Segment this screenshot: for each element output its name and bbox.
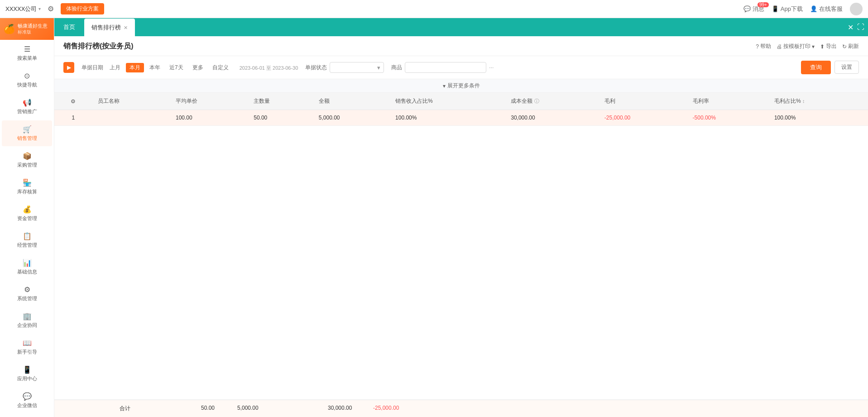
sidebar-item-quicknav[interactable]: ⊙ 快捷导航 bbox=[2, 67, 52, 93]
table-row: 1 100.00 50.00 5,000.00 100.00% 30,000.0… bbox=[54, 110, 868, 126]
sidebar-label-search: 搜索菜单 bbox=[17, 55, 37, 62]
status-filter-group: 单据状态 bbox=[305, 62, 384, 73]
print-icon: 🖨 bbox=[777, 43, 782, 50]
cell-gross: -25,000.00 bbox=[599, 110, 687, 126]
sidebar-item-sales[interactable]: 🛒 销售管理 bbox=[2, 120, 52, 146]
trial-button[interactable]: 体验行业方案 bbox=[61, 3, 104, 14]
export-button[interactable]: ⬆ 导出 bbox=[820, 43, 837, 50]
ranking-table: ⚙ 员工名称 平均单价 主数量 全额 销售收入占比% 成本全额 ⓘ 毛利 毛利率… bbox=[54, 93, 868, 126]
goods-filter-label: 商品 bbox=[391, 64, 402, 72]
date-tab-this-year[interactable]: 本年 bbox=[146, 63, 164, 72]
export-icon: ⬆ bbox=[820, 43, 825, 50]
cell-name bbox=[92, 110, 170, 126]
appcenter-icon: 📱 bbox=[23, 365, 32, 374]
tab-sales-ranking[interactable]: 销售排行榜 ✕ bbox=[84, 19, 135, 37]
refresh-button[interactable]: ↻ 刷新 bbox=[842, 43, 859, 50]
query-button[interactable]: 查询 bbox=[801, 61, 831, 74]
tab-sales-ranking-label: 销售排行榜 bbox=[91, 24, 121, 32]
cell-sales-pct: 100.00% bbox=[390, 110, 505, 126]
company-selector[interactable]: XXXXX公司 ▾ bbox=[5, 5, 41, 13]
date-tab-this-month[interactable]: 本月 bbox=[126, 63, 144, 72]
sidebar-item-guide[interactable]: 📖 新手引导 bbox=[2, 334, 52, 360]
gross-pct-info-icon[interactable]: ↕ bbox=[802, 98, 805, 104]
settings-button[interactable]: 设置 bbox=[834, 61, 859, 74]
cost-info-icon[interactable]: ⓘ bbox=[534, 98, 539, 104]
footer-avg-price bbox=[159, 405, 196, 412]
tab-close-icon[interactable]: ✕ bbox=[124, 25, 128, 31]
sidebar-label-enterprise: 企业协同 bbox=[17, 322, 37, 329]
logo-icon: 🍊 bbox=[4, 24, 15, 34]
status-select[interactable] bbox=[330, 62, 384, 73]
filter-row: ▶ 单据日期 上月 本月 本年 近7天 更多 自定义 2023-06-01 至 … bbox=[54, 56, 868, 79]
filter-more-icon[interactable]: ··· bbox=[489, 64, 494, 71]
page-title: 销售排行榜(按业务员) bbox=[63, 42, 134, 51]
col-sales-pct: 销售收入占比% bbox=[390, 93, 505, 110]
message-button[interactable]: 💬 消息 99+ bbox=[743, 5, 764, 13]
purchase-icon: 📦 bbox=[23, 152, 32, 160]
sidebar-label-finance: 资金管理 bbox=[17, 215, 37, 222]
table-body: 1 100.00 50.00 5,000.00 100.00% 30,000.0… bbox=[54, 110, 868, 126]
inventory-icon: 🏪 bbox=[23, 178, 32, 187]
app-download-button[interactable]: 📱 App下载 bbox=[772, 5, 803, 13]
system-icon: ⚙ bbox=[24, 285, 30, 294]
cell-avg-price: 100.00 bbox=[170, 110, 248, 126]
help-button[interactable]: ? 帮助 bbox=[756, 43, 771, 50]
sidebar-item-search[interactable]: ☰ 搜索菜单 bbox=[2, 40, 52, 66]
search-menu-icon: ☰ bbox=[24, 45, 30, 53]
footer-amount: 5,000.00 bbox=[232, 405, 277, 412]
sidebar-item-appcenter[interactable]: 📱 应用中心 bbox=[2, 361, 52, 387]
page-title-row: 销售排行榜(按业务员) ? 帮助 🖨 按模板打印 ▾ ⬆ bbox=[63, 42, 859, 56]
sidebar-item-enterprise[interactable]: 🏢 企业协同 bbox=[2, 307, 52, 333]
sidebar-label-quicknav: 快捷导航 bbox=[17, 81, 37, 88]
chevron-down-icon: ▾ bbox=[38, 6, 41, 11]
sidebar-item-operations[interactable]: 📋 经营管理 bbox=[2, 227, 52, 253]
marketing-icon: 📢 bbox=[23, 98, 32, 107]
sidebar-item-inventory[interactable]: 🏪 库存核算 bbox=[2, 174, 52, 200]
sidebar-label-inventory: 库存核算 bbox=[17, 188, 37, 195]
sidebar-item-member[interactable]: ◇ 畅会员 bbox=[2, 414, 52, 417]
tab-home[interactable]: 首页 bbox=[54, 18, 84, 36]
header-right: 💬 消息 99+ 📱 App下载 👤 在线客服 bbox=[743, 3, 863, 15]
footer-sales-pct bbox=[277, 405, 322, 412]
settings-icon[interactable]: ⚙ bbox=[44, 3, 57, 15]
goods-filter-group: 商品 ··· bbox=[391, 62, 494, 73]
date-filter-group: 单据日期 上月 本月 本年 近7天 更多 自定义 bbox=[82, 63, 232, 72]
top-header: XXXXX公司 ▾ ⚙ 体验行业方案 💬 消息 99+ 📱 App下载 👤 在线… bbox=[0, 0, 868, 18]
tab-maximize-icon[interactable]: ⛶ bbox=[857, 23, 864, 31]
sidebar-item-wechat[interactable]: 💬 企业微信 bbox=[2, 388, 52, 413]
sidebar-item-marketing[interactable]: 📢 营销推广 bbox=[2, 94, 52, 120]
sidebar-item-basicinfo[interactable]: 📊 基础信息 bbox=[2, 254, 52, 280]
print-button[interactable]: 🖨 按模板打印 ▾ bbox=[777, 43, 815, 50]
sidebar-item-system[interactable]: ⚙ 系统管理 bbox=[2, 281, 52, 307]
col-cost: 成本全额 ⓘ bbox=[505, 93, 599, 110]
company-name: XXXXX公司 bbox=[5, 5, 37, 13]
logo-text: 畅康通好生意 bbox=[18, 23, 48, 29]
goods-input[interactable] bbox=[405, 62, 486, 73]
col-amount: 全额 bbox=[313, 93, 390, 110]
col-settings[interactable]: ⚙ bbox=[54, 93, 92, 110]
tab-minimize-icon[interactable]: ✕ bbox=[848, 23, 854, 32]
expand-more-row: ▾ 展开更多条件 bbox=[54, 79, 868, 93]
online-service-button[interactable]: 👤 在线客服 bbox=[810, 5, 843, 13]
service-label: 在线客服 bbox=[819, 5, 843, 13]
message-badge: 99+ bbox=[758, 2, 769, 7]
sidebar-item-purchase[interactable]: 📦 采购管理 bbox=[2, 147, 52, 173]
avatar[interactable] bbox=[850, 3, 863, 15]
date-tab-custom[interactable]: 自定义 bbox=[209, 63, 232, 72]
col-main-qty: 主数量 bbox=[248, 93, 313, 110]
sidebar-label-sales: 销售管理 bbox=[17, 135, 37, 142]
quick-nav-icon: ⊙ bbox=[24, 72, 30, 80]
date-filter-label: 单据日期 bbox=[82, 64, 103, 72]
sidebar-label-system: 系统管理 bbox=[17, 295, 37, 302]
footer-cost: 30,000.00 bbox=[322, 405, 368, 412]
date-tabs: 上月 本月 本年 近7天 更多 自定义 bbox=[106, 63, 232, 72]
date-tab-more[interactable]: 更多 bbox=[189, 63, 207, 72]
sidebar-item-finance[interactable]: 💰 资金管理 bbox=[2, 201, 52, 226]
sidebar-label-marketing: 营销推广 bbox=[17, 108, 37, 115]
date-tab-7days[interactable]: 近7天 bbox=[166, 63, 187, 72]
table-header: ⚙ 员工名称 平均单价 主数量 全额 销售收入占比% 成本全额 ⓘ 毛利 毛利率… bbox=[54, 93, 868, 110]
date-tab-last-month[interactable]: 上月 bbox=[106, 63, 124, 72]
sidebar: 🍊 畅康通好生意 标准版 ☰ 搜索菜单 ⊙ 快捷导航 📢 营销推广 🛒 销售管理… bbox=[0, 18, 54, 417]
filter-toggle-button[interactable]: ▶ bbox=[63, 62, 74, 73]
expand-more-button[interactable]: ▾ 展开更多条件 bbox=[443, 82, 480, 90]
